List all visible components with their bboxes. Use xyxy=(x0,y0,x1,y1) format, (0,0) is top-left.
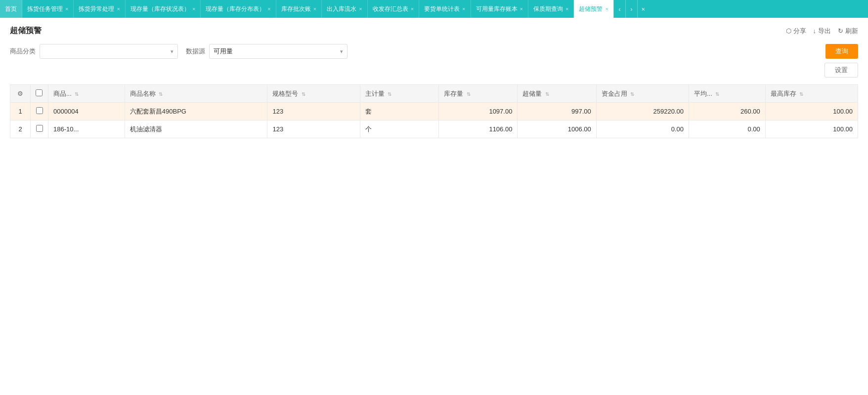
row-number: 1 xyxy=(10,103,31,120)
sort-icon: ⇅ xyxy=(388,91,391,97)
row-checkbox[interactable] xyxy=(36,107,43,114)
unit-header[interactable]: 主计量 ⇅ xyxy=(360,85,438,103)
overstock-cell: 1006.00 xyxy=(518,120,596,138)
product-category-filter: 商品分类 ▾ xyxy=(10,44,178,59)
query-button[interactable]: 查询 xyxy=(825,44,858,59)
row-checkbox-cell xyxy=(31,120,48,138)
nav-expiry-query[interactable]: 保质期查询 × xyxy=(528,0,574,18)
capital-usage-cell: 0.00 xyxy=(596,120,689,138)
average-cell: 0.00 xyxy=(689,120,765,138)
page-header: 超储预警 ⬡ 分享 ↓ 导出 ↻ 刷新 xyxy=(10,26,858,36)
sort-icon: ⇅ xyxy=(159,91,163,97)
chevron-down-icon: ▾ xyxy=(171,48,174,55)
nav-next-button[interactable]: › xyxy=(625,0,637,18)
header-actions: ⬡ 分享 ↓ 导出 ↻ 刷新 xyxy=(786,27,859,36)
page-title: 超储预警 xyxy=(10,26,42,36)
export-icon: ↓ xyxy=(813,27,817,35)
row-checkbox-cell xyxy=(31,103,48,120)
refresh-button[interactable]: ↻ 刷新 xyxy=(838,27,858,36)
nav-available-account[interactable]: 可用量库存账本 × xyxy=(471,0,528,18)
filter-buttons: 查询 设置 xyxy=(825,44,858,78)
stock-header[interactable]: 库存量 ⇅ xyxy=(439,85,518,103)
average-header[interactable]: 平均... ⇅ xyxy=(689,85,765,103)
max-stock-header[interactable]: 最高库存 ⇅ xyxy=(765,85,858,103)
product-code-cell: 0000004 xyxy=(48,103,125,120)
settings-button[interactable]: 设置 xyxy=(825,63,858,78)
nav-collect-summary[interactable]: 收发存汇总表 × xyxy=(368,0,419,18)
table-row: 2 186-10... 机油滤清器 123 个 1106.00 1006.00 … xyxy=(10,120,858,138)
nav-prev-button[interactable]: ‹ xyxy=(613,0,625,18)
settings-icon[interactable]: ⚙ xyxy=(15,89,25,99)
nav-abnormal[interactable]: 拣货异常处理 × xyxy=(74,0,125,18)
close-icon[interactable]: × xyxy=(520,6,523,12)
sort-icon: ⇅ xyxy=(630,91,634,97)
max-stock-cell: 100.00 xyxy=(765,103,858,120)
filter-area: 商品分类 ▾ 数据源 可用量 ▾ 查询 设置 xyxy=(10,44,858,78)
close-icon[interactable]: × xyxy=(65,6,68,12)
sort-icon: ⇅ xyxy=(467,91,471,97)
close-icon[interactable]: × xyxy=(411,6,414,12)
share-icon: ⬡ xyxy=(786,27,791,35)
sort-icon: ⇅ xyxy=(302,91,305,97)
stock-cell: 1106.00 xyxy=(439,120,518,138)
product-code-cell: 186-10... xyxy=(48,120,125,138)
select-all-checkbox[interactable] xyxy=(36,89,43,96)
nav-close-button[interactable]: × xyxy=(637,0,649,18)
datasource-select[interactable]: 可用量 ▾ xyxy=(209,44,347,59)
close-icon[interactable]: × xyxy=(267,6,270,12)
spec-cell: 123 xyxy=(267,120,360,138)
datasource-filter: 数据源 可用量 ▾ xyxy=(186,44,347,59)
sort-icon: ⇅ xyxy=(75,91,79,97)
close-icon[interactable]: × xyxy=(192,6,195,12)
product-name-header[interactable]: 商品名称 ⇅ xyxy=(125,85,267,103)
row-checkbox[interactable] xyxy=(36,125,43,132)
nav-task-mgmt[interactable]: 拣货任务管理 × xyxy=(22,0,74,18)
overstock-cell: 997.00 xyxy=(518,103,596,120)
chevron-down-icon: ▾ xyxy=(340,48,343,55)
capital-usage-header[interactable]: 资金占用 ⇅ xyxy=(596,85,689,103)
table-header-row: ⚙ 商品... ⇅ 商品名称 ⇅ 规格型号 ⇅ 主计量 xyxy=(10,85,858,103)
capital-usage-cell: 259220.00 xyxy=(596,103,689,120)
product-code-header[interactable]: 商品... ⇅ xyxy=(48,85,125,103)
close-icon[interactable]: × xyxy=(565,6,568,12)
nav-overstock-alert[interactable]: 超储预警 × xyxy=(574,0,613,18)
average-cell: 260.00 xyxy=(689,103,765,120)
nav-inventory-status[interactable]: 现存量（库存状况表） × xyxy=(126,0,201,18)
close-icon[interactable]: × xyxy=(605,6,608,12)
sort-icon: ⇅ xyxy=(715,91,719,97)
nav-home[interactable]: 首页 xyxy=(0,0,22,18)
checkbox-column-header xyxy=(31,85,48,103)
spec-header[interactable]: 规格型号 ⇅ xyxy=(267,85,360,103)
product-category-select[interactable]: ▾ xyxy=(40,44,178,59)
close-icon[interactable]: × xyxy=(117,6,120,12)
settings-column-header: ⚙ xyxy=(10,85,31,103)
row-number: 2 xyxy=(10,120,31,138)
share-button[interactable]: ⬡ 分享 xyxy=(786,27,806,36)
overstock-header[interactable]: 超储量 ⇅ xyxy=(518,85,596,103)
product-name-cell: 机油滤清器 xyxy=(125,120,267,138)
sort-icon: ⇅ xyxy=(545,91,549,97)
top-navigation: 首页 拣货任务管理 × 拣货异常处理 × 现存量（库存状况表） × 现存量（库存… xyxy=(0,0,868,18)
nav-batch-account[interactable]: 库存批次账 × xyxy=(276,0,322,18)
nav-inout-flow[interactable]: 出入库流水 × xyxy=(322,0,367,18)
stock-cell: 1097.00 xyxy=(439,103,518,120)
data-table: ⚙ 商品... ⇅ 商品名称 ⇅ 规格型号 ⇅ 主计量 xyxy=(10,84,858,138)
nav-order-stats[interactable]: 要货单统计表 × xyxy=(419,0,471,18)
max-stock-cell: 100.00 xyxy=(765,120,858,138)
unit-cell: 个 xyxy=(360,120,438,138)
close-icon[interactable]: × xyxy=(313,6,316,12)
close-icon[interactable]: × xyxy=(359,6,362,12)
export-button[interactable]: ↓ 导出 xyxy=(813,27,831,36)
unit-cell: 套 xyxy=(360,103,438,120)
nav-inventory-dist[interactable]: 现存量（库存分布表） × xyxy=(201,0,276,18)
table-row: 1 0000004 六配套新昌490BPG 123 套 1097.00 997.… xyxy=(10,103,858,120)
sort-icon: ⇅ xyxy=(799,91,803,97)
refresh-icon: ↻ xyxy=(838,27,843,35)
spec-cell: 123 xyxy=(267,103,360,120)
page-container: 超储预警 ⬡ 分享 ↓ 导出 ↻ 刷新 商品分类 ▾ 数据源 xyxy=(0,18,868,146)
close-icon[interactable]: × xyxy=(462,6,465,12)
product-name-cell: 六配套新昌490BPG xyxy=(125,103,267,120)
